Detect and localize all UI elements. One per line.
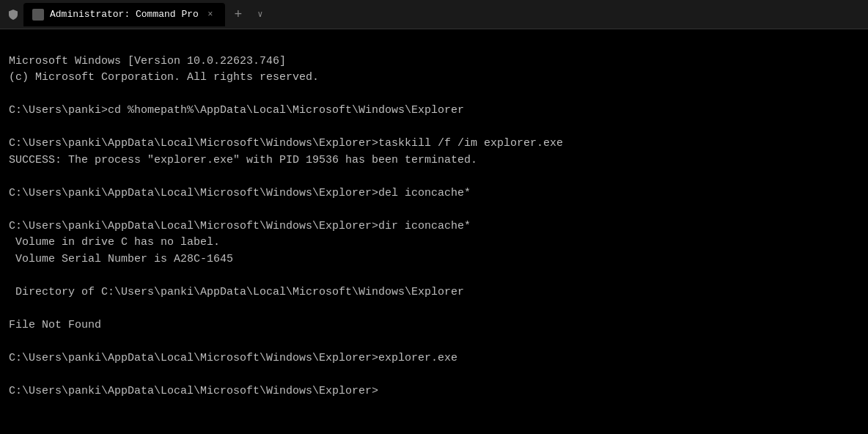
terminal-line: Directory of C:\Users\panki\AppData\Loca…: [9, 284, 859, 301]
terminal-line: File Not Found: [9, 317, 859, 334]
tab-close-button[interactable]: ×: [205, 9, 216, 21]
terminal-empty-line: [9, 87, 859, 103]
terminal-line: C:\Users\panki\AppData\Local\Microsoft\W…: [9, 350, 859, 367]
terminal-line: C:\Users\panki\AppData\Local\Microsoft\W…: [9, 218, 859, 235]
title-bar: Administrator: Command Pro × + ∨: [0, 0, 868, 29]
terminal-output[interactable]: Microsoft Windows [Version 10.0.22623.74…: [0, 29, 868, 434]
terminal-empty-line: [9, 367, 859, 383]
terminal-line: SUCCESS: The process "explorer.exe" with…: [9, 152, 859, 169]
terminal-empty-line: [9, 202, 859, 218]
tab-terminal-icon: [32, 9, 44, 21]
terminal-line: C:\Users\panki\AppData\Local\Microsoft\W…: [9, 136, 859, 152]
terminal-line: Volume in drive C has no label.: [9, 235, 859, 251]
terminal-line: C:\Users\panki>cd %homepath%\AppData\Loc…: [9, 103, 859, 119]
terminal-empty-line: [9, 334, 859, 350]
active-tab[interactable]: Administrator: Command Pro ×: [23, 3, 225, 26]
tab-label: Administrator: Command Pro: [50, 9, 199, 20]
terminal-line: (c) Microsoft Corporation. All rights re…: [9, 70, 859, 87]
terminal-empty-line: [9, 169, 859, 185]
terminal-line: C:\Users\panki\AppData\Local\Microsoft\W…: [9, 383, 859, 400]
terminal-empty-line: [9, 268, 859, 284]
terminal-empty-line: [9, 301, 859, 317]
terminal-line: Microsoft Windows [Version 10.0.22623.74…: [9, 54, 859, 70]
shield-icon: [6, 7, 21, 22]
new-tab-button[interactable]: +: [228, 4, 249, 25]
terminal-line: C:\Users\panki\AppData\Local\Microsoft\W…: [9, 185, 859, 202]
terminal-empty-line: [9, 119, 859, 136]
terminal-line: Volume Serial Number is A28C-1645: [9, 251, 859, 268]
tabs-dropdown-button[interactable]: ∨: [251, 6, 269, 23]
